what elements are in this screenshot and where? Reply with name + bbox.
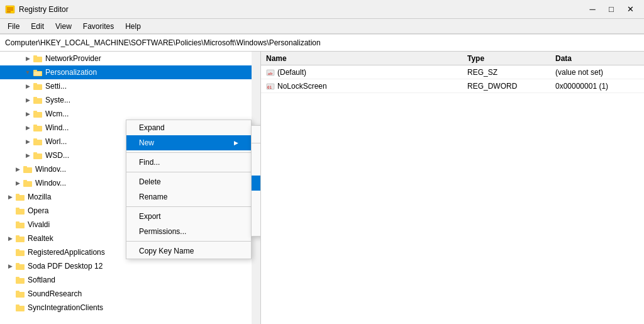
ctx-permissions[interactable]: Permissions...	[126, 224, 251, 239]
ctx-separator-2	[126, 172, 251, 172]
tree-label: SyncIntegrationClients	[28, 303, 103, 312]
detail-row-nolockscreen[interactable]: 01 NoLockScreen REG_DWORD 0x00000001 (1)	[261, 79, 644, 93]
folder-icon	[15, 275, 25, 285]
tree-label: Windov...	[35, 165, 66, 174]
menu-view[interactable]: View	[50, 21, 77, 32]
detail-row-default[interactable]: ab (Default) REG_SZ (value not set)	[261, 65, 644, 79]
tree-label: Realtek	[28, 234, 53, 243]
svg-rect-25	[16, 195, 25, 201]
folder-icon	[33, 123, 43, 133]
detail-cell-type-nolockscreen: REG_DWORD	[462, 81, 550, 92]
tree-label: RegisteredApplications	[28, 248, 105, 257]
maximize-button[interactable]: □	[602, 2, 620, 17]
expand-arrow: ▶	[23, 123, 33, 133]
svg-rect-5	[33, 55, 37, 57]
sub-string-value[interactable]: String Value	[252, 145, 261, 160]
col-header-data: Data	[550, 53, 644, 64]
context-menu: Expand New Find... Delete Rename Export …	[126, 120, 252, 259]
folder-open-icon	[33, 67, 43, 77]
svg-rect-7	[33, 70, 37, 72]
tree-label: Wind...	[45, 123, 69, 132]
svg-text:01: 01	[267, 85, 272, 89]
close-button[interactable]: ✕	[621, 2, 639, 17]
tree-item-wcm[interactable]: ▶ Wcm...	[0, 107, 260, 121]
ctx-find[interactable]: Find...	[126, 155, 251, 170]
sub-binary-value[interactable]: Binary Value	[252, 160, 261, 176]
svg-rect-21	[23, 167, 32, 173]
folder-icon	[23, 178, 33, 188]
menu-help[interactable]: Help	[120, 21, 146, 32]
tree-pane: ▶ NetworkProvider ▼ Personalization ▶ Se…	[0, 52, 261, 324]
svg-rect-36	[16, 263, 19, 265]
submenu-new: Key String Value Binary Value DWORD (32-…	[251, 125, 261, 237]
ctx-export-label: Export	[139, 212, 161, 221]
tree-label: SoundResearch	[28, 289, 82, 298]
folder-icon	[15, 233, 25, 243]
menu-favorites[interactable]: Favorites	[78, 21, 119, 32]
tree-label: NetworkProvider	[45, 54, 101, 63]
expand-arrow: ▶	[23, 150, 33, 160]
svg-rect-2	[7, 9, 13, 11]
folder-icon	[33, 53, 43, 64]
sub-key[interactable]: Key	[252, 126, 261, 141]
folder-icon	[23, 164, 33, 174]
ctx-new[interactable]: New	[126, 135, 251, 150]
tree-label: Personalization	[45, 68, 97, 77]
ctx-expand[interactable]: Expand	[126, 120, 251, 135]
tree-label: Mozilla	[28, 193, 51, 201]
svg-rect-17	[33, 140, 42, 145]
svg-rect-19	[33, 154, 42, 159]
sub-multi-string[interactable]: Multi-String Value	[252, 206, 261, 221]
address-bar: Computer\HKEY_LOCAL_MACHINE\SOFTWARE\Pol…	[0, 34, 644, 52]
detail-cell-data-nolockscreen: 0x00000001 (1)	[550, 81, 644, 92]
ctx-rename[interactable]: Rename	[126, 189, 251, 204]
title-bar: Registry Editor ─ □ ✕	[0, 0, 644, 19]
svg-rect-27	[16, 209, 25, 215]
svg-rect-39	[16, 292, 25, 298]
expand-arrow: ▼	[23, 67, 33, 77]
tree-item-sync-integration[interactable]: ▶ SyncIntegrationClients	[0, 301, 260, 315]
expand-arrow: ▶	[13, 164, 23, 174]
sub-qword-value[interactable]: QWORD (64-bit) Value	[252, 191, 261, 206]
tree-item-soundresearch[interactable]: ▶ SoundResearch	[0, 287, 260, 301]
folder-icon	[15, 192, 25, 202]
tree-label: Syste...	[45, 96, 70, 104]
svg-rect-13	[33, 112, 42, 118]
svg-rect-35	[16, 264, 25, 270]
tree-item-system[interactable]: ▶ Syste...	[0, 93, 260, 107]
detail-cell-data-default: (value not set)	[550, 67, 644, 78]
sub-dword-value[interactable]: DWORD (32-bit) Value	[252, 176, 261, 191]
svg-rect-38	[16, 277, 19, 279]
svg-rect-9	[33, 84, 42, 90]
tree-item-soda-pdf[interactable]: ▶ Soda PDF Desktop 12	[0, 259, 260, 273]
tree-item-softland[interactable]: ▶ Softland	[0, 273, 260, 287]
ctx-delete[interactable]: Delete	[126, 174, 251, 189]
ctx-separator-4	[126, 241, 251, 242]
folder-icon	[15, 206, 25, 216]
menu-edit[interactable]: Edit	[26, 21, 49, 32]
ctx-copy-key-name[interactable]: Copy Key Name	[126, 243, 251, 259]
svg-rect-37	[16, 278, 25, 284]
svg-rect-11	[33, 98, 42, 104]
folder-icon	[15, 261, 25, 271]
folder-icon	[33, 95, 43, 105]
tree-item-settings[interactable]: ▶ Setti...	[0, 79, 260, 93]
menu-bar: File Edit View Favorites Help	[0, 19, 644, 34]
tree-item-personalization[interactable]: ▼ Personalization	[0, 65, 260, 79]
svg-rect-16	[33, 125, 37, 126]
minimize-button[interactable]: ─	[584, 2, 601, 17]
detail-cell-name-default: ab (Default)	[261, 67, 462, 78]
svg-rect-20	[33, 152, 37, 154]
svg-rect-23	[23, 181, 32, 187]
app-title: Registry Editor	[19, 5, 69, 14]
tree-label: Windov...	[35, 179, 66, 187]
main-content: ▶ NetworkProvider ▼ Personalization ▶ Se…	[0, 52, 644, 324]
svg-rect-34	[16, 249, 19, 251]
folder-icon	[33, 81, 43, 91]
ctx-export[interactable]: Export	[126, 209, 251, 224]
sub-expandable-string[interactable]: Expandable String Value	[252, 221, 261, 236]
menu-file[interactable]: File	[3, 21, 25, 32]
tree-item-network-provider[interactable]: ▶ NetworkProvider	[0, 52, 260, 65]
svg-rect-29	[16, 223, 25, 228]
folder-icon	[15, 289, 25, 299]
